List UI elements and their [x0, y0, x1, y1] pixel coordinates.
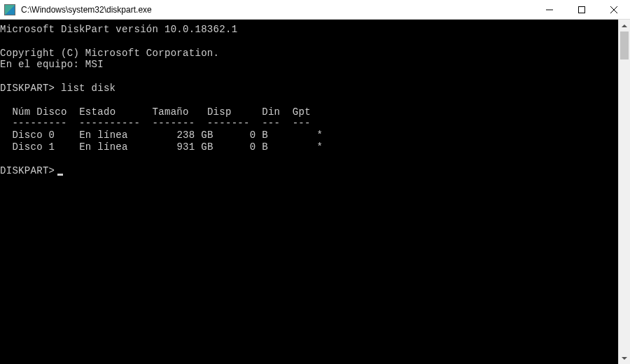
svg-rect-1	[579, 7, 585, 13]
blank-line	[0, 71, 618, 83]
blank-line	[0, 153, 618, 165]
minimize-button[interactable]	[533, 0, 566, 20]
scroll-down-arrow-icon[interactable]	[619, 352, 630, 364]
prompt-line: DISKPART>	[0, 165, 618, 177]
svg-marker-4	[622, 24, 627, 27]
scroll-track[interactable]	[619, 31, 630, 352]
window-controls	[533, 0, 630, 19]
table-separator: --------- ---------- ------- ------- ---…	[0, 118, 618, 130]
close-button[interactable]	[598, 0, 630, 20]
blank-line	[0, 36, 618, 48]
vertical-scrollbar[interactable]	[618, 20, 630, 364]
svg-marker-5	[622, 357, 627, 360]
console-output[interactable]: Microsoft DiskPart versión 10.0.18362.1 …	[0, 20, 618, 364]
banner-line: Microsoft DiskPart versión 10.0.18362.1	[0, 24, 618, 36]
titlebar: C:\Windows\system32\diskpart.exe	[0, 0, 630, 20]
prompt-line: DISKPART> list disk	[0, 83, 618, 94]
console-app-icon	[4, 4, 15, 15]
blank-line	[0, 94, 618, 106]
cursor-icon	[57, 174, 63, 176]
table-row: Disco 1 En línea 931 GB 0 B *	[0, 141, 618, 153]
window-title: C:\Windows\system32\diskpart.exe	[20, 5, 533, 15]
scroll-up-arrow-icon[interactable]	[619, 20, 630, 31]
copyright-line: Copyright (C) Microsoft Corporation.	[0, 48, 618, 59]
table-row: Disco 0 En línea 238 GB 0 B *	[0, 130, 618, 141]
scroll-thumb[interactable]	[620, 31, 629, 59]
maximize-button[interactable]	[566, 0, 598, 20]
machine-line: En el equipo: MSI	[0, 59, 618, 71]
table-header: Núm Disco Estado Tamaño Disp Din Gpt	[0, 106, 618, 118]
